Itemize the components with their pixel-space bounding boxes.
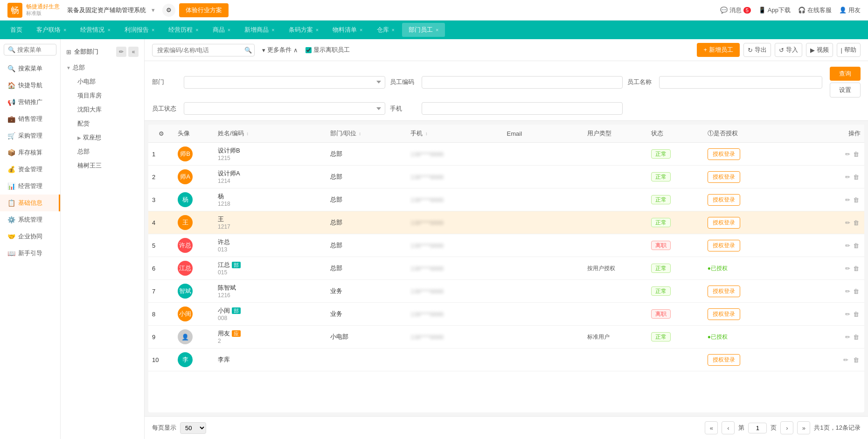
messages-btn[interactable]: 💬 消息 5	[720, 6, 751, 14]
close-tab-icon[interactable]: ×	[271, 27, 274, 33]
delete-icon[interactable]: 🗑	[853, 356, 859, 363]
edit-icon[interactable]: ✏	[845, 288, 850, 295]
delete-icon[interactable]: 🗑	[853, 242, 859, 249]
query-btn[interactable]: 查询	[830, 67, 861, 81]
sidebar-item-operations[interactable]: 📊经营管理	[0, 178, 60, 195]
close-tab-icon[interactable]: ×	[152, 27, 154, 33]
emp-code-input[interactable]	[422, 76, 623, 89]
title-arrow-icon[interactable]: ▾	[152, 7, 155, 14]
auth-login-btn[interactable]: 授权登录	[708, 171, 740, 183]
dept-panel-edit-btn[interactable]: ✏	[116, 47, 126, 57]
nav-tab-经营历程[interactable]: 经营历程×	[162, 23, 205, 37]
close-tab-icon[interactable]: ×	[392, 27, 395, 33]
dept-item-xiaodian[interactable]: 小电部	[70, 75, 144, 89]
nav-tab-新增商品[interactable]: 新增商品×	[238, 23, 281, 37]
dept-item-project[interactable]: 项目库房	[70, 89, 144, 103]
close-tab-icon[interactable]: ×	[63, 27, 66, 33]
nav-tab-利润报告[interactable]: 利润报告×	[118, 23, 161, 37]
delete-icon[interactable]: 🗑	[853, 288, 859, 295]
auth-login-btn[interactable]: 授权登录	[708, 308, 740, 320]
dept-item-zongbu[interactable]: 总部	[70, 145, 144, 159]
prev-page-btn[interactable]: ‹	[722, 421, 735, 434]
delete-icon[interactable]: 🗑	[853, 219, 859, 226]
edit-icon[interactable]: ✏	[845, 219, 850, 226]
phone-input[interactable]	[422, 102, 623, 115]
delete-icon[interactable]: 🗑	[853, 174, 859, 181]
delete-icon[interactable]: 🗑	[853, 151, 859, 158]
import-btn[interactable]: ↺ 导入	[775, 43, 802, 57]
sidebar-item-search[interactable]: 🔍搜索菜单	[0, 60, 60, 77]
nav-tab-物料清单[interactable]: 物料清单×	[326, 23, 369, 37]
sidebar-item-inventory[interactable]: 📦库存核算	[0, 144, 60, 161]
emp-status-select[interactable]	[184, 102, 385, 115]
delete-icon[interactable]: 🗑	[853, 311, 859, 318]
dept-item-shuangzuo[interactable]: ▶ 双座想	[70, 131, 144, 145]
online-service-btn[interactable]: 🎧 在线客服	[798, 6, 832, 14]
nav-tab-客户联络[interactable]: 客户联络×	[30, 23, 73, 37]
nav-tab-仓库[interactable]: 仓库×	[370, 23, 401, 37]
col-dept[interactable]: 部门/职位 ↕	[326, 125, 407, 143]
edit-icon[interactable]: ✏	[845, 151, 850, 158]
sidebar-item-purchase[interactable]: 🛒采购管理	[0, 127, 60, 144]
nav-tab-经营情况[interactable]: 经营情况×	[74, 23, 117, 37]
view-btn[interactable]: ▶ 视频	[806, 43, 833, 57]
sidebar-item-collab[interactable]: 🤝企业协同	[0, 228, 60, 245]
sidebar-item-finance[interactable]: 💰资金管理	[0, 161, 60, 178]
last-page-btn[interactable]: »	[797, 421, 810, 434]
edit-icon[interactable]: ✏	[845, 196, 850, 203]
delete-icon[interactable]: 🗑	[853, 334, 859, 341]
nav-tab-首页[interactable]: 首页	[4, 23, 29, 37]
nav-tab-商品[interactable]: 商品×	[206, 23, 237, 37]
col-name[interactable]: 姓名/编码 ↕	[214, 125, 326, 143]
sidebar-item-basic-info[interactable]: 📋基础信息	[0, 195, 60, 211]
nav-tab-条码方案[interactable]: 条码方案×	[282, 23, 325, 37]
dept-item-root[interactable]: ▼ 总部	[61, 61, 144, 75]
app-download-btn[interactable]: 📱 App下载	[758, 6, 791, 14]
settings-icon[interactable]: ⚙	[162, 4, 175, 17]
auth-login-btn[interactable]: 授权登录	[708, 148, 740, 160]
dept-select[interactable]	[184, 76, 385, 89]
help-btn[interactable]: | 帮助	[837, 43, 861, 57]
page-input[interactable]	[748, 423, 767, 433]
sidebar-item-quick-nav[interactable]: 🏠快捷导航	[0, 77, 60, 94]
add-employee-btn[interactable]: + 新增员工	[697, 43, 739, 57]
auth-login-btn[interactable]: 授权登录	[708, 240, 740, 251]
dept-panel-collapse-btn[interactable]: «	[128, 47, 139, 57]
sidebar-item-marketing[interactable]: 📢营销推广	[0, 94, 60, 111]
dept-item-peihuo[interactable]: 配货	[70, 117, 144, 131]
trial-btn[interactable]: 体验行业方案	[179, 3, 229, 17]
nav-tab-部门员工[interactable]: 部门员工×	[402, 23, 445, 37]
reset-btn[interactable]: 设置	[830, 83, 861, 98]
dept-item-nanshu[interactable]: 楠树王三	[70, 159, 144, 173]
first-page-btn[interactable]: «	[705, 421, 718, 434]
export-btn[interactable]: ↻ 导出	[743, 43, 771, 57]
search-input[interactable]	[152, 44, 255, 56]
auth-login-btn[interactable]: 授权登录	[708, 217, 740, 229]
edit-icon[interactable]: ✏	[845, 174, 850, 181]
search-icon[interactable]: 🔍	[244, 47, 252, 54]
delete-icon[interactable]: 🗑	[853, 265, 859, 272]
delete-icon[interactable]: 🗑	[853, 196, 859, 203]
col-phone[interactable]: 手机 ↕	[407, 125, 503, 143]
user-menu[interactable]: 👤 用友	[839, 6, 861, 14]
edit-icon[interactable]: ✏	[845, 334, 850, 341]
left-nav-search[interactable]: 🔍	[4, 44, 56, 56]
close-tab-icon[interactable]: ×	[436, 27, 438, 33]
next-page-btn[interactable]: ›	[780, 421, 793, 434]
auth-btn[interactable]: 授权登录	[708, 354, 740, 366]
more-filters-btn[interactable]: ▾ 更多条件 ∧	[258, 44, 302, 56]
emp-name-input[interactable]	[659, 76, 822, 89]
search-menu-input[interactable]	[17, 46, 50, 53]
auth-login-btn[interactable]: 授权登录	[708, 286, 740, 297]
sidebar-item-system[interactable]: ⚙️系统管理	[0, 211, 60, 228]
close-tab-icon[interactable]: ×	[195, 27, 198, 33]
close-tab-icon[interactable]: ×	[316, 27, 319, 33]
show-dimission-checkbox[interactable]: 显示离职员工	[306, 46, 350, 54]
auth-login-btn[interactable]: 授权登录	[708, 194, 740, 206]
edit-icon[interactable]: ✏	[843, 356, 848, 363]
close-tab-icon[interactable]: ×	[360, 27, 362, 33]
per-page-select[interactable]: 50 100 200	[180, 422, 206, 434]
sidebar-item-sales[interactable]: 💼销售管理	[0, 111, 60, 127]
close-tab-icon[interactable]: ×	[228, 27, 230, 33]
sidebar-item-guide[interactable]: 📖新手引导	[0, 245, 60, 262]
